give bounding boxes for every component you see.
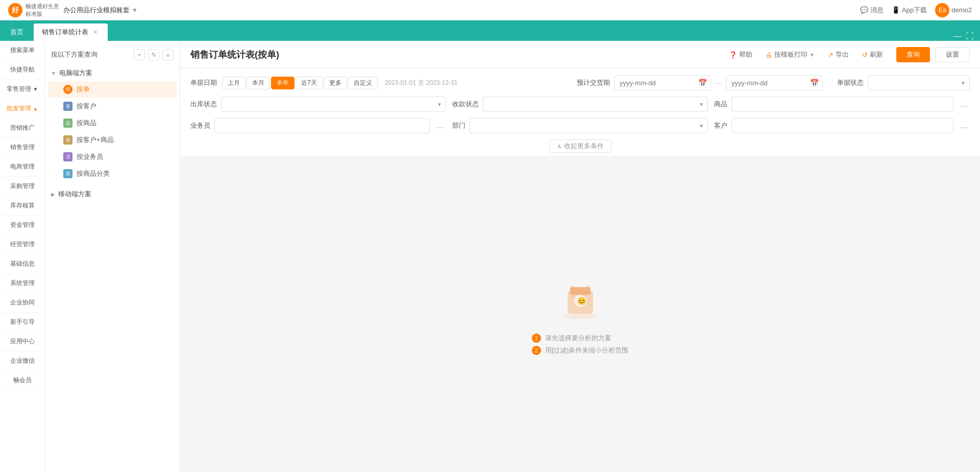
empty-hint-2: 2 用[过滤]条件来缩小分析范围 [532, 346, 628, 355]
scheme-by-cust-prod[interactable]: 客 按客户+商品 [48, 132, 177, 148]
retail-expand-icon: ▼ [33, 86, 38, 92]
tab-close-btn[interactable]: × [91, 28, 100, 36]
product-more-btn[interactable]: … [958, 100, 970, 109]
sidebar-item-sales[interactable]: 销售管理 [0, 138, 44, 157]
page-title: 销售订单统计表(按单) [190, 49, 279, 61]
empty-hint-1: 1 请先选择要分析的方案 [532, 334, 628, 343]
department-select[interactable] [470, 118, 708, 133]
message-btn[interactable]: 💬 消息 [860, 6, 884, 15]
sidebar-item-wholesale[interactable]: 批发管理 ▲ [0, 99, 44, 119]
add-scheme-btn[interactable]: + [134, 49, 145, 60]
hint-num-1: 1 [532, 334, 541, 343]
delivery-date-start[interactable] [614, 75, 711, 90]
sidebar-item-enterprise[interactable]: 企业协同 [0, 293, 44, 313]
sidebar-item-quick-nav[interactable]: 快捷导航 [0, 60, 44, 80]
delivery-date-area: 预计交货期 📅 — 📅 单据状态 [577, 75, 970, 90]
mobile-section-header[interactable]: ▶ 移动端方案 [45, 186, 180, 202]
scheme-icon-cust-prod: 客 [63, 135, 72, 145]
product-label: 商品 [714, 100, 727, 109]
date-btn-last-month[interactable]: 上月 [222, 77, 246, 89]
customer-more-btn[interactable]: … [958, 121, 970, 130]
top-bar-title[interactable]: 办公用品行业模拟账套 ▼ [63, 6, 138, 15]
sidebar-item-basics[interactable]: 基础信息 [0, 254, 44, 274]
date-btn-group: 上月 本月 本年 近7天 更多 自定义 [222, 77, 378, 89]
date-label: 单据日期 [190, 78, 217, 87]
mobile-section: ▶ 移动端方案 [45, 184, 180, 204]
edit-scheme-btn[interactable]: ✎ [148, 49, 159, 60]
sidebar-item-purchase[interactable]: 采购管理 [0, 177, 44, 196]
date-picker-icon-start[interactable]: 📅 [698, 79, 707, 87]
right-panel: 销售订单统计表(按单) ❓ 帮助 🖨 按模板打印 ▼ ↗ 导出 [180, 41, 980, 472]
main: 搜索菜单 快捷导航 零售管理 ▼ 批发管理 ▲ 营销推广 销售管理 电商管理 采… [0, 41, 980, 472]
collapse-more-btn[interactable]: ∧ 收起更多条件 [549, 139, 611, 153]
salesman-input[interactable] [214, 118, 430, 133]
help-btn[interactable]: ❓ 帮助 [725, 48, 756, 61]
export-btn[interactable]: ↗ 导出 [824, 48, 853, 61]
payment-select-wrapper: ▼ [483, 97, 708, 112]
scheme-by-product[interactable]: 品 按商品 [48, 115, 177, 131]
tab-bar: 首页 销售订单统计表 × — ⛶ [0, 20, 980, 41]
refresh-icon: ↺ [862, 51, 868, 59]
department-group: 部门 ▼ [452, 118, 708, 133]
sidebar-item-app-center[interactable]: 应用中心 [0, 332, 44, 351]
top-bar-right: 💬 消息 📱 App下载 Ea demo2 [860, 3, 972, 17]
left-panel: 按以下方案查询 + ✎ « ▼ 电脑端方案 按 按单 客 [45, 41, 180, 472]
scheme-by-order[interactable]: 按 按单 [48, 81, 177, 98]
shipment-status-select[interactable] [221, 97, 446, 112]
sidebar-item-ecommerce[interactable]: 电商管理 [0, 157, 44, 177]
sidebar-item-marketing[interactable]: 营销推广 [0, 119, 44, 138]
sidebar-item-membership[interactable]: 畅会员 [0, 371, 44, 390]
date-btn-more[interactable]: 更多 [324, 77, 347, 89]
date-btn-this-year[interactable]: 本年 [271, 77, 295, 89]
svg-text:😊: 😊 [577, 297, 586, 305]
product-group: 商品 … [714, 97, 970, 112]
tab-sales-stats[interactable]: 销售订单统计表 × [34, 23, 108, 41]
sidebar-item-retail[interactable]: 零售管理 ▼ [0, 80, 44, 99]
scheme-by-salesman[interactable]: 员 按业务员 [48, 149, 177, 165]
sidebar-item-wechat[interactable]: 企业微信 [0, 351, 44, 371]
print-dropdown-icon[interactable]: ▼ [810, 52, 815, 58]
scheme-icon-order: 按 [63, 85, 72, 94]
sidebar-item-inventory[interactable]: 库存核算 [0, 196, 44, 216]
date-btn-7days[interactable]: 近7天 [296, 77, 323, 89]
tab-minimize-btn[interactable]: — [953, 32, 962, 41]
date-picker-icon-end[interactable]: 📅 [810, 79, 819, 87]
customer-group: 客户 … [714, 118, 970, 133]
customer-input[interactable] [731, 118, 953, 133]
payment-status-group: 收款状态 ▼ [452, 97, 708, 112]
tab-home[interactable]: 首页 [2, 23, 32, 41]
status-select-wrapper: ▼ [868, 75, 970, 90]
date-btn-this-month[interactable]: 本月 [247, 77, 270, 89]
scheme-by-product-cat[interactable]: 类 按商品分类 [48, 166, 177, 182]
user-area[interactable]: Ea demo2 [935, 3, 972, 17]
delivery-date-end[interactable] [726, 75, 823, 90]
sidebar-item-search-menu[interactable]: 搜索菜单 [0, 41, 44, 60]
pc-expand-arrow: ▼ [51, 70, 56, 76]
sidebar-item-newbie[interactable]: 新手引导 [0, 313, 44, 332]
product-input[interactable] [731, 97, 953, 112]
salesman-more-btn[interactable]: … [434, 121, 446, 130]
sidebar-item-system[interactable]: 系统管理 [0, 274, 44, 293]
date-range-display: 2023-01-01 至 2023-12-31 [385, 79, 458, 87]
sidebar-item-operations[interactable]: 经营管理 [0, 235, 44, 254]
dropdown-icon[interactable]: ▼ [132, 7, 138, 14]
tab-maximize-btn[interactable]: ⛶ [966, 32, 974, 41]
pc-section-header[interactable]: ▼ 电脑端方案 [45, 65, 180, 81]
status-select[interactable] [868, 75, 970, 90]
top-bar: 好 畅捷通好生意 标准版 办公用品行业模拟账套 ▼ 💬 消息 📱 App下载 E… [0, 0, 980, 20]
date-btn-custom[interactable]: 自定义 [348, 77, 378, 89]
scheme-icon-salesman: 员 [63, 152, 72, 161]
collapse-panel-btn[interactable]: « [162, 49, 174, 60]
app-download-btn[interactable]: 📱 App下载 [892, 6, 927, 15]
sidebar-item-finance[interactable]: 资金管理 [0, 216, 44, 235]
scheme-by-customer[interactable]: 客 按客户 [48, 98, 177, 114]
scheme-icon-customer: 客 [63, 102, 72, 111]
template-print-btn[interactable]: 🖨 按模板打印 ▼ [762, 48, 819, 61]
query-button[interactable]: 查询 [896, 47, 930, 62]
reset-button[interactable]: 设置 [935, 47, 970, 62]
help-icon: ❓ [729, 51, 737, 59]
payment-status-select[interactable] [483, 97, 708, 112]
delivery-date-label: 预计交货期 [577, 78, 610, 87]
content: 按以下方案查询 + ✎ « ▼ 电脑端方案 按 按单 客 [45, 41, 980, 472]
refresh-btn[interactable]: ↺ 刷新 [858, 48, 887, 61]
